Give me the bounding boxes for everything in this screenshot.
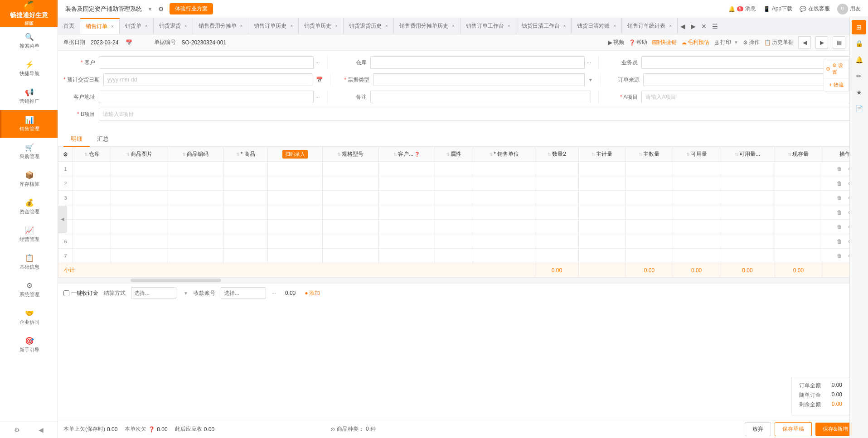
row-2-code[interactable]	[167, 176, 223, 191]
th-qty2[interactable]: ⇅数量2	[535, 147, 578, 162]
row-7-main-unit[interactable]	[578, 249, 626, 263]
print-btn[interactable]: 🖨 打印 ▼	[714, 39, 738, 46]
rp-btn-5[interactable]: ★	[852, 85, 866, 100]
tab-close-all-btn[interactable]: ✕	[698, 23, 709, 30]
row-2-available2[interactable]	[720, 176, 775, 191]
tab-return-history-close[interactable]: ×	[385, 24, 388, 29]
tab-sales-order[interactable]: 销售订单 ×	[80, 18, 120, 34]
row-3-code[interactable]	[167, 191, 223, 205]
row-2-stock[interactable]	[775, 176, 822, 191]
row-4-available2[interactable]	[720, 205, 775, 220]
row-1-main-qty[interactable]	[626, 162, 673, 176]
row-6-main-unit[interactable]	[578, 234, 626, 249]
sidebar-item-basic[interactable]: 📋 基础信息	[0, 248, 58, 276]
row-3-product[interactable]	[223, 191, 268, 205]
address-input[interactable]	[99, 91, 314, 103]
delivery-input[interactable]	[103, 73, 312, 86]
row-1-attr[interactable]	[435, 162, 473, 176]
tab-bill-history-close[interactable]: ×	[335, 24, 338, 29]
row-2-available[interactable]	[673, 176, 720, 191]
th-stock[interactable]: ⇅现存量	[775, 147, 822, 162]
view-btn[interactable]: ▶ 视频	[608, 39, 624, 46]
warehouse-input[interactable]: 成品库	[370, 56, 585, 69]
row-7-available2[interactable]	[720, 249, 775, 263]
row-7-available[interactable]	[673, 249, 720, 263]
row-3-available2[interactable]	[720, 191, 775, 205]
row-1-product[interactable]	[223, 162, 268, 176]
row-6-image[interactable]	[111, 234, 167, 249]
row-2-image[interactable]	[111, 176, 167, 191]
row-4-image[interactable]	[111, 205, 167, 220]
row-5-available2[interactable]	[720, 220, 775, 234]
sidebar-item-finance[interactable]: 💰 资金管理	[0, 193, 58, 221]
tab-sales-order-history[interactable]: 销售订单历史 ×	[248, 18, 299, 34]
customer-input[interactable]	[99, 56, 314, 69]
row-3-customer-code[interactable]	[378, 191, 435, 205]
tab-sales-workbench-close[interactable]: ×	[508, 24, 510, 29]
row-4-main-unit[interactable]	[578, 205, 626, 220]
row-5-main-unit[interactable]	[578, 220, 626, 234]
row-5-customer-code[interactable]	[378, 220, 435, 234]
row-5-qty2[interactable]	[535, 220, 578, 234]
rp-btn-1[interactable]: ⊞	[852, 20, 866, 34]
row-3-warehouse[interactable]	[73, 191, 111, 205]
row-3-main-qty[interactable]	[626, 191, 673, 205]
delete-icon-2[interactable]: 🗑	[835, 179, 844, 188]
th-settings[interactable]: ⚙	[58, 147, 73, 162]
row-5-product[interactable]	[223, 220, 268, 234]
tab-detail[interactable]: 明细	[63, 132, 90, 147]
tab-sales-return-close[interactable]: ×	[184, 24, 187, 29]
tab-home[interactable]: 首页	[58, 18, 80, 34]
tab-sales-bill-history[interactable]: 销货单历史 ×	[299, 18, 344, 34]
row-5-warehouse[interactable]	[73, 220, 111, 234]
tab-sales-return[interactable]: 销货退货 ×	[154, 18, 193, 34]
delete-icon-7[interactable]: 🗑	[835, 251, 844, 260]
tab-menu-btn[interactable]: ☰	[709, 23, 721, 30]
th-code[interactable]: ⇅商品编码	[167, 147, 223, 162]
row-5-unit[interactable]	[473, 220, 535, 234]
tab-cash-workbench-close[interactable]: ×	[563, 24, 566, 29]
row-3-available[interactable]	[673, 191, 720, 205]
delete-icon-1[interactable]: 🗑	[835, 164, 844, 173]
row-7-customer-code[interactable]	[378, 249, 435, 263]
user-avatar[interactable]: U 用友	[837, 4, 861, 14]
row-6-customer-code[interactable]	[378, 234, 435, 249]
row-4-stock[interactable]	[775, 205, 822, 220]
tab-sales-order-close[interactable]: ×	[111, 24, 114, 29]
order-source-input[interactable]	[643, 73, 854, 86]
row-4-product[interactable]	[223, 205, 268, 220]
th-warehouse[interactable]: ⇅仓库	[73, 147, 111, 162]
app-download-btn[interactable]: 📱 App下载	[763, 5, 792, 13]
th-available2[interactable]: ⇅可用量...	[720, 147, 775, 162]
row-1-stock[interactable]	[775, 162, 822, 176]
row-7-product[interactable]	[223, 249, 268, 263]
row-6-attr[interactable]	[435, 234, 473, 249]
row-3-attr[interactable]	[435, 191, 473, 205]
row-3-unit[interactable]	[473, 191, 535, 205]
tab-return-history[interactable]: 销货退货历史 ×	[344, 18, 394, 34]
address-ellipsis[interactable]: ···	[315, 94, 320, 100]
row-7-qty2[interactable]	[535, 249, 578, 263]
row-1-available[interactable]	[673, 162, 720, 176]
tab-expense-history-close[interactable]: ×	[452, 24, 455, 29]
warehouse-ellipsis[interactable]: ···	[587, 59, 591, 66]
rp-btn-3[interactable]: 🔔	[852, 53, 866, 67]
row-2-spec[interactable]	[322, 176, 378, 191]
th-image[interactable]: ⇅商品图片	[111, 147, 167, 162]
sidebar-collapse-btn[interactable]: ◀	[58, 206, 67, 233]
row-1-image[interactable]	[111, 162, 167, 176]
tab-sales-expense-close[interactable]: ×	[240, 24, 243, 29]
sidebar-item-management[interactable]: 📈 经营管理	[0, 221, 58, 248]
sidebar-item-search[interactable]: 🔍 搜索菜单	[0, 27, 58, 55]
row-7-attr[interactable]	[435, 249, 473, 263]
row-1-code[interactable]	[167, 162, 223, 176]
row-3-image[interactable]	[111, 191, 167, 205]
profit-btn[interactable]: ☁ 毛利预估	[681, 39, 709, 46]
tab-sales-expense[interactable]: 销售费用分摊单 ×	[193, 18, 249, 34]
row-1-warehouse[interactable]	[73, 162, 111, 176]
row-1-available2[interactable]	[720, 162, 775, 176]
row-4-attr[interactable]	[435, 205, 473, 220]
date-picker-icon[interactable]: 📅	[126, 39, 132, 46]
account-input[interactable]	[221, 287, 266, 299]
row-5-stock[interactable]	[775, 220, 822, 234]
